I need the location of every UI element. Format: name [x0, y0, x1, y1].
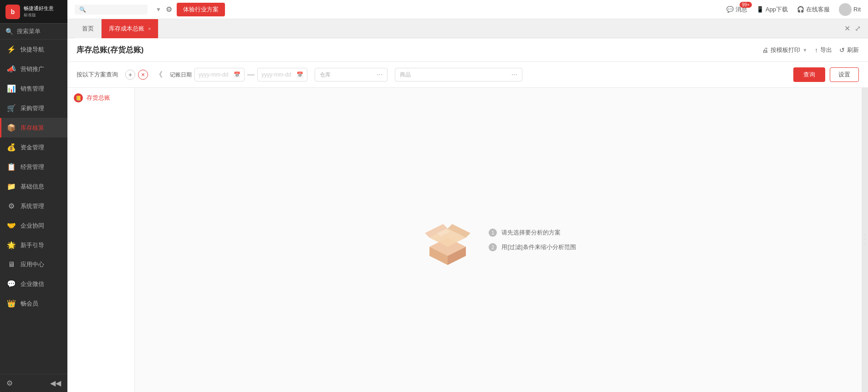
print-dropdown-icon[interactable]: ▼ [802, 47, 807, 53]
app-download-label: App下载 [766, 5, 788, 14]
window-expand-icon[interactable]: ⤢ [855, 24, 861, 33]
sidebar-item-operation[interactable]: 📋 经营管理 [0, 157, 67, 177]
calendar-start-icon[interactable]: 📅 [234, 71, 240, 78]
sidebar-item-label: 系统管理 [20, 202, 44, 210]
sidebar-item-finance[interactable]: 💰 资金管理 [0, 137, 67, 157]
sidebar-item-label: 企业协同 [20, 222, 44, 230]
sidebar-item-appcenter[interactable]: 🖥 应用中心 [0, 255, 67, 274]
sidebar-item-enterprise[interactable]: 🤝 企业协同 [0, 216, 67, 235]
tip-num-1: 1 [489, 229, 497, 237]
tip-text-2: 用[过滤]条件来缩小分析范围 [501, 243, 576, 251]
sidebar-item-basic[interactable]: 📁 基础信息 [0, 177, 67, 196]
basic-icon: 📁 [7, 182, 16, 191]
sidebar-search[interactable]: 🔍 搜索菜单 [0, 24, 67, 40]
date-label: 记账日期 [170, 71, 192, 79]
collapse-icon[interactable]: ◀◀ [50, 379, 61, 387]
page-title: 库存总账(存货总账) [77, 45, 143, 55]
settings-icon[interactable]: ⚙ [6, 379, 13, 387]
clear-filter-btn[interactable]: × [138, 70, 148, 80]
date-end-input[interactable]: yyyy-mm-dd 📅 [257, 68, 307, 81]
print-icon: 🖨 [762, 46, 768, 54]
industry-btn[interactable]: 体验行业方案 [177, 3, 225, 16]
add-filter-btn[interactable]: + [125, 70, 135, 80]
sidebar-item-label: 经营管理 [20, 163, 44, 171]
online-service-label: 在线客服 [806, 5, 830, 14]
sidebar-item-label: 畅会员 [20, 300, 38, 308]
user-item[interactable]: Rit [839, 3, 861, 16]
tab-close-icon[interactable]: × [148, 26, 151, 31]
tab-right-actions: ✕ ⤢ [844, 24, 861, 33]
sidebar-item-label: 营销推广 [20, 65, 44, 73]
print-action[interactable]: 🖨 按模板打印 ▼ [762, 46, 807, 54]
online-service-item[interactable]: 🎧 在线客服 [797, 5, 830, 14]
system-icon: ⚙ [7, 202, 16, 210]
right-panel-handle[interactable]: · · · [862, 88, 868, 392]
sidebar-item-marketing[interactable]: 📣 营销推广 [0, 59, 67, 79]
topbar-dropdown-icon[interactable]: ▼ [156, 6, 161, 13]
tab-active-label: 库存成本总账 [109, 25, 144, 33]
sidebar-item-label: 企业微信 [20, 280, 44, 288]
sidebar-item-member[interactable]: 👑 畅会员 [0, 294, 67, 313]
product-filter[interactable]: 商品 ··· [395, 68, 522, 81]
date-range: 记账日期 yyyy-mm-dd 📅 — yyyy-mm-dd 📅 [170, 68, 307, 81]
warehouse-filter[interactable]: 仓库 ··· [315, 68, 388, 81]
search-icon: 🔍 [5, 28, 13, 35]
refresh-action[interactable]: ↺ 刷新 [839, 46, 859, 54]
operation-icon: 📋 [7, 163, 16, 171]
print-label: 按模板打印 [771, 46, 800, 54]
window-close-icon[interactable]: ✕ [844, 24, 850, 33]
collapse-filter-btn[interactable]: 《 [155, 70, 163, 80]
scheme-item-inventory-ledger[interactable]: 📒 存货总账 [67, 88, 134, 108]
sidebar-item-corpwx[interactable]: 💬 企业微信 [0, 274, 67, 294]
tip-item-2: 2 用[过滤]条件来缩小分析范围 [489, 243, 576, 251]
date-start-placeholder: yyyy-mm-dd [199, 71, 228, 78]
tab-home[interactable]: 首页 [75, 19, 102, 38]
avatar [839, 3, 852, 16]
sidebar-item-inventory[interactable]: 📦 库存核算 [0, 118, 67, 137]
settings-btn[interactable]: 设置 [830, 67, 859, 82]
query-btn[interactable]: 查询 [793, 67, 825, 82]
inventory-icon: 📦 [7, 123, 16, 132]
sidebar-item-purchase[interactable]: 🛒 采购管理 [0, 98, 67, 118]
topbar: 🔍 ▼ ⚙ 体验行业方案 💬 消息 99+ 📱 App下载 🎧 在线客服 Ri [67, 0, 868, 19]
handle-dots-icon: · · · [863, 234, 868, 245]
sidebar-item-label: 应用中心 [20, 260, 44, 269]
sidebar-item-system[interactable]: ⚙ 系统管理 [0, 196, 67, 216]
scheme-icon: 📒 [74, 93, 83, 102]
topbar-search-box[interactable]: 🔍 [75, 5, 148, 15]
date-separator: — [247, 71, 255, 79]
messages-item[interactable]: 💬 消息 99+ [726, 5, 747, 14]
export-action[interactable]: ↑ 导出 [815, 46, 832, 54]
date-start-input[interactable]: yyyy-mm-dd 📅 [194, 68, 245, 81]
message-icon: 💬 [726, 6, 734, 13]
refresh-icon: ↺ [839, 46, 845, 54]
sidebar-nav: ⚡ 快捷导航 📣 营销推广 📊 销售管理 🛒 采购管理 📦 库存核算 💰 资金管… [0, 40, 67, 374]
user-name: Rit [853, 6, 861, 13]
sidebar-item-quick-nav[interactable]: ⚡ 快捷导航 [0, 40, 67, 59]
data-area: 📒 存货总账 [67, 88, 868, 392]
tabbar: 首页 库存成本总账 × ✕ ⤢ [67, 19, 868, 38]
tip-item-1: 1 请先选择要分析的方案 [489, 229, 576, 237]
sidebar-item-sales[interactable]: 📊 销售管理 [0, 79, 67, 98]
sidebar-item-newbie[interactable]: 🌟 新手引导 [0, 235, 67, 255]
sidebar-item-label: 快捷导航 [20, 46, 44, 54]
empty-illustration [420, 213, 475, 267]
sidebar-item-label: 库存核算 [20, 124, 44, 132]
calendar-end-icon[interactable]: 📅 [296, 71, 303, 78]
product-more-icon[interactable]: ··· [511, 71, 517, 79]
sidebar-item-label: 基础信息 [20, 183, 44, 191]
corpwx-icon: 💬 [7, 280, 16, 288]
data-main: 1 请先选择要分析的方案 2 用[过滤]条件来缩小分析范围 [135, 88, 862, 392]
app-download-item[interactable]: 📱 App下载 [756, 5, 788, 14]
warehouse-more-icon[interactable]: ··· [377, 71, 383, 79]
tab-inventory-ledger[interactable]: 库存成本总账 × [102, 19, 158, 38]
finance-icon: 💰 [7, 143, 16, 152]
date-end-placeholder: yyyy-mm-dd [261, 71, 291, 78]
marketing-icon: 📣 [7, 65, 16, 73]
topbar-left: 🔍 ▼ ⚙ 体验行业方案 [75, 3, 225, 16]
empty-tips: 1 请先选择要分析的方案 2 用[过滤]条件来缩小分析范围 [489, 229, 576, 251]
topbar-gear-icon[interactable]: ⚙ [166, 5, 172, 14]
scheme-panel: 📒 存货总账 [67, 88, 135, 392]
filter-section: 按以下方案查询 + × 《 记账日期 yyyy-mm-dd 📅 — yyyy-m… [67, 62, 868, 88]
sidebar-item-label: 销售管理 [20, 85, 44, 93]
